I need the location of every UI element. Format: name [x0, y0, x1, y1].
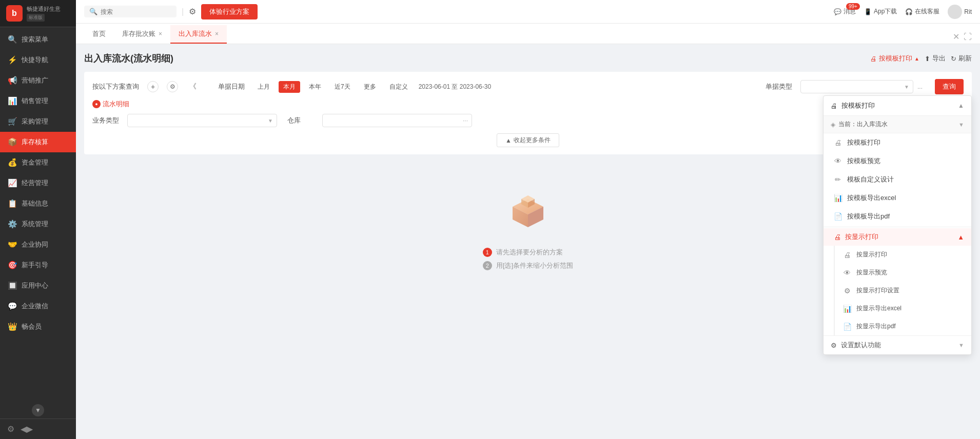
preview-icon: 👁: [834, 157, 842, 165]
warehouse-label: 仓库: [287, 116, 318, 125]
dropdown-item-display-export-excel[interactable]: 📊 按显示导出excel: [835, 300, 971, 317]
date-btn-last7[interactable]: 近7天: [330, 81, 355, 93]
online-service-label: 在线客服: [915, 7, 939, 16]
doc-type-more-button[interactable]: ...: [917, 83, 923, 90]
pdf-icon: 📄: [834, 212, 842, 221]
headset-icon: 🎧: [905, 8, 913, 15]
export-button[interactable]: ⬆ 导出: [925, 54, 946, 63]
online-service-btn[interactable]: 🎧 在线客服: [905, 7, 939, 16]
dropdown-footer[interactable]: ⚙ 设置默认功能 ▼: [824, 335, 971, 354]
current-indicator-icon: ◈: [831, 121, 835, 128]
search-input[interactable]: [101, 8, 162, 15]
sidebar-scroll-down[interactable]: ▼: [32, 404, 44, 416]
dropdown-item-label: 按显示导出pdf: [856, 322, 896, 331]
sidebar-item-inventory[interactable]: 📦 库存核算: [0, 132, 76, 152]
display-settings-icon: ⚙: [843, 287, 851, 295]
tab-home-label: 首页: [92, 29, 106, 38]
dropdown-item-label: 按显示打印设置: [856, 286, 899, 295]
tab-maximize-icon[interactable]: ⛶: [964, 32, 972, 42]
search-icon: 🔍: [89, 8, 97, 15]
sidebar-item-label: 新手引导: [22, 261, 48, 270]
biz-type-label: 业务类型: [92, 116, 123, 125]
dropdown-item-template-export-excel[interactable]: 📊 按模板导出excel: [824, 189, 971, 207]
sidebar-item-operations[interactable]: 📈 经营管理: [0, 173, 76, 193]
date-btn-prev-month[interactable]: 上月: [253, 81, 275, 93]
filter-add-button[interactable]: +: [147, 81, 159, 92]
dropdown-display-section-header[interactable]: 🖨 按显示打印 ▲: [824, 228, 971, 246]
basic-icon: 📋: [7, 198, 17, 209]
sidebar-item-wechat[interactable]: 💬 企业微信: [0, 296, 76, 316]
user-avatar[interactable]: Rit: [948, 5, 972, 19]
dropdown-item-template-print[interactable]: 🖨 按模板打印: [824, 133, 971, 152]
warehouse-input[interactable]: [322, 114, 472, 127]
topbar-divider: |: [182, 7, 184, 16]
sidebar-item-sales[interactable]: 📊 销售管理: [0, 91, 76, 111]
print-icon: 🖨: [834, 138, 842, 147]
purchase-icon: 🛒: [7, 116, 17, 127]
tab-batch-close[interactable]: ×: [159, 30, 162, 37]
sidebar: b 畅捷通好生意 标准版 🔍 搜索菜单 ⚡ 快捷导航 📢 营销推广 📊 销售管理…: [0, 0, 76, 439]
date-btn-more[interactable]: 更多: [359, 81, 381, 93]
gear-icon[interactable]: ⚙: [189, 7, 196, 16]
sidebar-item-finance[interactable]: 💰 资金管理: [0, 152, 76, 173]
date-btn-current-year[interactable]: 本年: [304, 81, 326, 93]
quicknav-icon: ⚡: [7, 55, 17, 65]
sidebar-item-label: 库存核算: [22, 137, 48, 147]
dropdown-footer-label: 设置默认功能: [841, 341, 881, 350]
dropdown-item-template-design[interactable]: ✏ 模板自定义设计: [824, 170, 971, 189]
filter-settings-button[interactable]: ⚙: [167, 81, 178, 92]
sidebar-item-basic[interactable]: 📋 基础信息: [0, 193, 76, 214]
date-btn-custom[interactable]: 自定义: [385, 81, 413, 93]
sidebar-item-vip[interactable]: 👑 畅会员: [0, 316, 76, 337]
sidebar-item-guide[interactable]: 🎯 新手引导: [0, 255, 76, 275]
industry-solution-button[interactable]: 体验行业方案: [201, 4, 258, 19]
footer-settings-icon[interactable]: ⚙: [7, 424, 14, 434]
sidebar-footer: ⚙ ◀▶: [0, 418, 76, 439]
tab-flowdetail-close[interactable]: ×: [215, 30, 219, 37]
dropdown-item-display-preview[interactable]: 👁 按显示预览: [835, 264, 971, 282]
dropdown-item-template-export-pdf[interactable]: 📄 按模板导出pdf: [824, 207, 971, 226]
sidebar-item-collab[interactable]: 🤝 企业协同: [0, 234, 76, 255]
dropdown-item-template-preview[interactable]: 👁 按模板预览: [824, 152, 971, 170]
dropdown-item-display-print[interactable]: 🖨 按显示打印: [835, 246, 971, 264]
refresh-button[interactable]: ↻ 刷新: [951, 54, 972, 63]
empty-icon: [505, 191, 551, 237]
app-download-btn[interactable]: 📱 App下载: [864, 7, 897, 16]
vip-icon: 👑: [7, 322, 17, 332]
collapse-label: 收起更多条件: [514, 136, 551, 145]
operations-icon: 📈: [7, 178, 17, 188]
print-template-button[interactable]: 🖨 按模板打印 ▲: [870, 54, 919, 63]
biz-type-field: 业务类型 ▼: [92, 114, 277, 127]
tab-batch[interactable]: 库存批次账 ×: [114, 25, 170, 44]
sidebar-item-label: 搜索菜单: [22, 35, 48, 44]
refresh-icon: ↻: [951, 55, 956, 63]
filter-collapse-button[interactable]: 《: [186, 81, 200, 92]
display-pdf-icon: 📄: [843, 323, 851, 331]
date-btn-current-month[interactable]: 本月: [279, 81, 300, 93]
dropdown-collapse-icon[interactable]: ▲: [958, 102, 964, 109]
filter-row-1: 按以下方案查询 + ⚙ 《 单据日期 上月 本月 本年 近7天 更多 自: [92, 79, 964, 94]
collapse-more-button[interactable]: ▲ 收起更多条件: [497, 133, 559, 147]
biz-type-select[interactable]: [127, 114, 277, 127]
footer-collapse-icon[interactable]: ◀▶: [21, 424, 33, 434]
sidebar-item-purchase[interactable]: 🛒 采购管理: [0, 111, 76, 132]
sidebar-item-apps[interactable]: 🔲 应用中心: [0, 275, 76, 296]
display-section-label: 按显示打印: [845, 232, 878, 242]
tab-flowdetail[interactable]: 出入库流水 ×: [170, 25, 227, 44]
sidebar-item-label: 营销推广: [22, 76, 48, 85]
query-button[interactable]: 查询: [935, 79, 964, 94]
sidebar-item-label: 经营管理: [22, 178, 48, 188]
tab-bar: 首页 库存批次账 × 出入库流水 × ✕ ⛶: [76, 24, 980, 44]
tab-close-all-icon[interactable]: ✕: [953, 32, 959, 42]
sidebar-item-system[interactable]: ⚙️ 系统管理: [0, 214, 76, 234]
app-logo: b 畅捷通好生意 标准版: [0, 0, 76, 27]
dropdown-item-display-export-pdf[interactable]: 📄 按显示导出pdf: [835, 317, 971, 335]
sidebar-item-marketing[interactable]: 📢 营销推广: [0, 70, 76, 91]
display-excel-icon: 📊: [843, 305, 851, 313]
sidebar-item-search[interactable]: 🔍 搜索菜单: [0, 29, 76, 50]
doc-type-select[interactable]: [800, 80, 913, 93]
sidebar-item-quicknav[interactable]: ⚡ 快捷导航: [0, 50, 76, 70]
dropdown-item-display-print-settings[interactable]: ⚙ 按显示打印设置: [835, 282, 971, 300]
tab-home[interactable]: 首页: [84, 25, 114, 44]
message-btn[interactable]: 💬 消息 99+: [834, 7, 856, 16]
